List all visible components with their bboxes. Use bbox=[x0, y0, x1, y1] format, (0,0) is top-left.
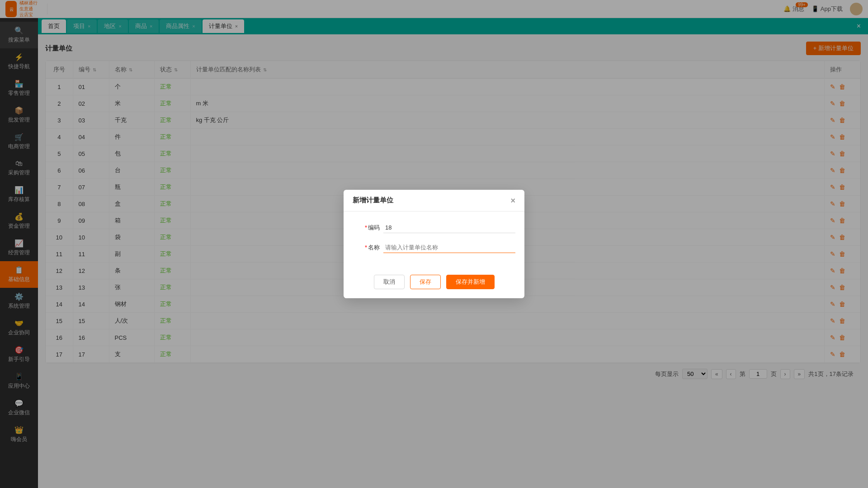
form-row-name: *名称 bbox=[353, 242, 515, 253]
name-label: *名称 bbox=[353, 244, 380, 252]
save-button[interactable]: 保存 bbox=[410, 275, 441, 289]
required-star: * bbox=[365, 224, 367, 231]
save-and-new-button[interactable]: 保存并新增 bbox=[446, 275, 495, 289]
add-unit-modal: 新增计量单位 × *编码 *名称 取消 保存 保存并新增 bbox=[344, 190, 524, 298]
name-required-star: * bbox=[365, 244, 367, 251]
modal-header: 新增计量单位 × bbox=[344, 190, 524, 211]
code-label: *编码 bbox=[353, 224, 380, 232]
modal-footer: 取消 保存 保存并新增 bbox=[344, 269, 524, 298]
modal-close-button[interactable]: × bbox=[510, 197, 515, 205]
code-input[interactable] bbox=[383, 222, 515, 233]
modal-body: *编码 *名称 bbox=[344, 211, 524, 269]
form-row-code: *编码 bbox=[353, 222, 515, 233]
modal-overlay[interactable]: 新增计量单位 × *编码 *名称 取消 保存 保存并新增 bbox=[0, 0, 868, 488]
modal-title: 新增计量单位 bbox=[353, 196, 393, 205]
name-input[interactable] bbox=[383, 242, 515, 253]
cancel-button[interactable]: 取消 bbox=[374, 275, 405, 289]
